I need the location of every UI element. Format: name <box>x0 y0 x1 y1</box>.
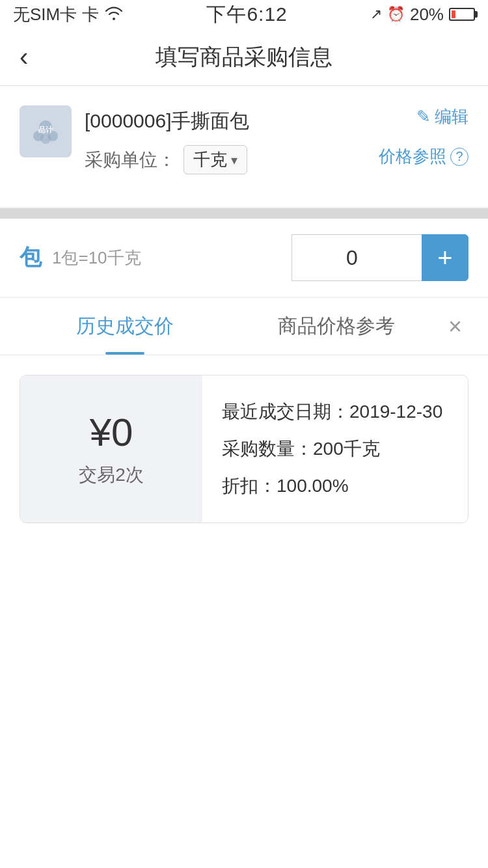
back-button[interactable]: ‹ <box>13 36 34 78</box>
unit-dropdown[interactable]: 千克 ▾ <box>183 145 247 174</box>
location-icon: ↗ <box>370 6 382 23</box>
date-value: 2019-12-30 <box>349 401 442 422</box>
price-ref-button[interactable]: 价格参照 ? <box>379 145 468 168</box>
currency-symbol: ¥ <box>90 411 111 454</box>
price-card-right: 最近成交日期：2019-12-30 采购数量：200千克 折扣：100.00% <box>202 375 468 522</box>
discount-label: 折扣： <box>222 476 277 496</box>
qty-value: 200千克 <box>313 439 380 459</box>
price-transactions: 交易2次 <box>79 463 144 487</box>
tabs-panel: 历史成交价 商品价格参考 × ¥0 交易2次 最近成交日期：2019-12-30… <box>0 298 488 543</box>
quantity-input[interactable] <box>291 234 422 281</box>
status-left: 无SIM卡 卡 <box>13 3 124 26</box>
price-detail-date: 最近成交日期：2019-12-30 <box>222 399 448 424</box>
section-divider <box>0 208 488 219</box>
qty-label: 采购数量： <box>222 439 313 459</box>
product-card: 品计 [0000006]手撕面包 采购单位： 千克 ▾ ✎ 编辑 <box>0 86 488 207</box>
quantity-plus-button[interactable]: + <box>422 234 468 281</box>
tab-history-label: 历史成交价 <box>76 313 174 340</box>
tab-close-button[interactable]: × <box>442 306 468 347</box>
price-detail-quantity: 采购数量：200千克 <box>222 436 448 461</box>
battery-indicator <box>449 8 475 21</box>
quantity-unit: 包 <box>20 243 42 273</box>
carrier-label: 无SIM卡 <box>13 3 77 26</box>
help-icon: ? <box>450 148 468 166</box>
alarm-icon: ⏰ <box>387 6 405 23</box>
discount-value: 100.00% <box>277 476 349 496</box>
svg-text:品计: 品计 <box>38 126 53 133</box>
battery-percent: 20% <box>410 5 444 25</box>
nav-bar: ‹ 填写商品采购信息 <box>0 29 488 86</box>
edit-button[interactable]: ✎ 编辑 <box>416 105 468 128</box>
sim-label: 卡 <box>82 3 99 26</box>
unit-value: 千克 <box>193 148 227 171</box>
tab-priceref-label: 商品价格参考 <box>278 313 395 340</box>
price-amount: ¥0 <box>90 410 133 455</box>
quantity-conversion: 1包=10千克 <box>52 247 141 269</box>
svg-point-3 <box>40 133 51 144</box>
tab-active-indicator <box>105 352 144 355</box>
price-card: ¥0 交易2次 最近成交日期：2019-12-30 采购数量：200千克 折扣：… <box>20 375 468 523</box>
edit-icon: ✎ <box>416 107 431 127</box>
price-ref-label: 价格参照 <box>379 145 446 168</box>
page-title: 填写商品采购信息 <box>156 42 332 72</box>
bottom-space <box>0 543 488 868</box>
price-detail-discount: 折扣：100.00% <box>222 473 448 498</box>
dropdown-arrow-icon: ▾ <box>231 152 237 168</box>
status-right: ↗ ⏰ 20% <box>370 5 475 25</box>
unit-label: 采购单位： <box>85 148 176 172</box>
tab-content-history: ¥0 交易2次 最近成交日期：2019-12-30 采购数量：200千克 折扣：… <box>0 355 488 543</box>
status-bar: 无SIM卡 卡 下午6:12 ↗ ⏰ 20% <box>0 0 488 29</box>
date-label: 最近成交日期： <box>222 401 349 422</box>
price-card-left: ¥0 交易2次 <box>20 375 202 522</box>
product-name: [0000006]手撕面包 <box>85 108 249 135</box>
product-thumbnail: 品计 <box>20 105 72 157</box>
plus-icon: + <box>437 243 452 273</box>
tab-price-ref[interactable]: 商品价格参考 <box>230 298 441 355</box>
status-time: 下午6:12 <box>206 1 287 28</box>
wifi-icon <box>104 5 124 25</box>
tabs-header: 历史成交价 商品价格参考 × <box>0 298 488 355</box>
price-value: 0 <box>111 411 133 454</box>
quantity-row: 包 1包=10千克 + <box>0 219 488 297</box>
edit-label: 编辑 <box>435 105 468 128</box>
quantity-control: + <box>291 234 468 281</box>
tab-history-price[interactable]: 历史成交价 <box>20 298 230 355</box>
